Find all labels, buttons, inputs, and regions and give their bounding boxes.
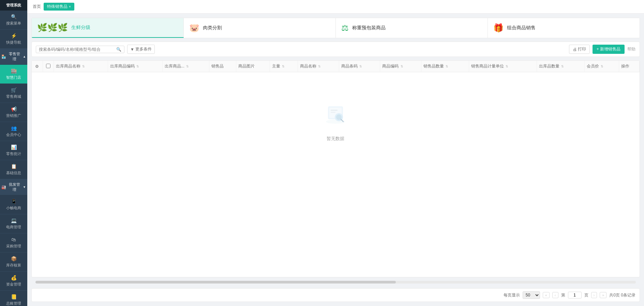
page-size-select[interactable]: 50 10 20 100 bbox=[523, 291, 540, 299]
sort-icon: ⇅ bbox=[186, 65, 189, 68]
sales-promo-icon: 📢 bbox=[11, 106, 17, 112]
tab-meat-cut[interactable]: 🐷 肉类分割 bbox=[184, 18, 336, 38]
data-table: ⚙ 出库商品名称 ⇅ 出库商品编码 ⇅ bbox=[32, 61, 640, 169]
general-ledger-icon: 📒 bbox=[11, 294, 17, 300]
tab-fresh-grade-label: 生鲜分级 bbox=[71, 25, 90, 31]
search-order-icon: 🔍 bbox=[11, 14, 17, 19]
new-sales-item-button[interactable]: + 新增销售品 bbox=[593, 45, 625, 54]
wholesale-mgmt-arrow: ▼ bbox=[23, 185, 26, 189]
page-number-input[interactable] bbox=[568, 292, 582, 299]
finance-mgmt-icon: 💰 bbox=[11, 275, 17, 280]
sidebar-item-label: 库存核算 bbox=[6, 263, 21, 268]
next-page-button[interactable]: › bbox=[591, 292, 597, 298]
th-goods-name[interactable]: 商品名称 ⇅ bbox=[298, 61, 339, 72]
sidebar-item-mini-ecom[interactable]: 📱 小畅电商 bbox=[0, 195, 27, 214]
sidebar-item-search-order[interactable]: 🔍 搜索菜单 bbox=[0, 11, 27, 30]
sidebar-item-general-ledger[interactable]: 📒 总账管理 bbox=[0, 291, 27, 306]
th-out-goods-code[interactable]: 出库商品编码 ⇅ bbox=[108, 61, 163, 72]
th-sale-goods[interactable]: 销售品 bbox=[209, 61, 236, 72]
table-wrap: ⚙ 出库商品名称 ⇅ 出库商品编码 ⇅ bbox=[31, 60, 640, 277]
sidebar-item-wholesale-mgmt[interactable]: 🏭 批发管理 ▼ bbox=[0, 179, 27, 195]
th-out-goods-name[interactable]: 出库商品名称 ⇅ bbox=[54, 61, 108, 72]
retail-mall-icon: 🛒 bbox=[11, 87, 17, 93]
svg-rect-7 bbox=[331, 112, 335, 113]
sidebar-item-basic-info[interactable]: 📋 基础信息 bbox=[0, 160, 27, 179]
toolbar-right: 🖨 打印 + 新增销售品 帮助 bbox=[569, 45, 635, 54]
sidebar-item-label: 小畅电商 bbox=[6, 205, 21, 211]
horizontal-scrollbar-thumb[interactable] bbox=[35, 281, 396, 284]
page-content: 🌿🌿🌿 生鲜分级 🐷 肉类分割 ⚖ 称重预包装商品 🎁 组合商品销售 🔍 bbox=[27, 14, 644, 306]
empty-state: 暂无数据 bbox=[32, 72, 640, 169]
pagination-bar: 每页显示 50 10 20 100 « ‹ 第 页 › » 共0页 0条记录 bbox=[31, 288, 640, 302]
inventory-check-icon: 📦 bbox=[11, 256, 17, 261]
sidebar-item-label: 采购管理 bbox=[6, 244, 21, 249]
wholesale-mgmt-icon: 🏭 bbox=[1, 185, 6, 189]
active-tab-label: 特殊销售品 bbox=[47, 4, 68, 10]
smart-store-icon: 🏬 bbox=[11, 68, 17, 74]
sidebar-item-quick-nav[interactable]: ⚡ 快捷导航 bbox=[0, 30, 27, 49]
search-wrap[interactable]: 🔍 bbox=[36, 46, 124, 53]
sort-icon: ⇅ bbox=[136, 65, 139, 68]
first-page-button[interactable]: « bbox=[543, 292, 550, 298]
sidebar-item-label: 零售商城 bbox=[6, 94, 21, 99]
th-goods-barcode[interactable]: 商品条码 ⇅ bbox=[339, 61, 380, 72]
prev-page-button[interactable]: ‹ bbox=[552, 292, 558, 298]
sort-icon: ⇅ bbox=[82, 65, 85, 68]
sidebar-item-sales-promo[interactable]: 📢 营销推广 bbox=[0, 103, 27, 122]
close-tab-icon[interactable]: × bbox=[69, 5, 71, 9]
th-goods-img[interactable]: 商品图片 bbox=[236, 61, 270, 72]
th-main-weight[interactable]: 主量 ⇅ bbox=[270, 61, 298, 72]
sidebar-item-retail-mall[interactable]: 🛒 零售商城 bbox=[0, 84, 27, 103]
table-header-row: ⚙ 出库商品名称 ⇅ 出库商品编码 ⇅ bbox=[32, 61, 640, 72]
filter-icon: ▼ bbox=[130, 47, 134, 52]
th-checkbox[interactable] bbox=[43, 61, 54, 72]
sidebar-item-label: 资金管理 bbox=[6, 282, 21, 287]
sidebar-item-purchase-mgmt[interactable]: 🛍 采购管理 bbox=[0, 233, 27, 253]
sort-icon: ⇅ bbox=[318, 65, 321, 68]
page-suffix: 页 bbox=[584, 292, 588, 298]
th-settings[interactable]: ⚙ bbox=[32, 61, 43, 72]
scale-prepack-icon: ⚖ bbox=[341, 23, 349, 33]
sidebar-item-finance-mgmt[interactable]: 💰 资金管理 bbox=[0, 272, 27, 291]
th-member-price[interactable]: 会员价 ⇅ bbox=[584, 61, 619, 72]
th-sale-unit[interactable]: 销售商品计量单位 ⇅ bbox=[469, 61, 537, 72]
tab-combo-sale[interactable]: 🎁 组合商品销售 bbox=[488, 18, 640, 38]
sidebar-item-smart-store[interactable]: 🏬 智慧门店 bbox=[0, 65, 27, 84]
last-page-button[interactable]: » bbox=[600, 292, 606, 298]
home-link[interactable]: 首页 bbox=[33, 4, 41, 10]
quick-nav-icon: ⚡ bbox=[11, 33, 17, 39]
sidebar-item-ecom-mgmt[interactable]: 💻 电商管理 bbox=[0, 214, 27, 233]
sidebar-item-member-center[interactable]: 👥 会员中心 bbox=[0, 122, 27, 141]
fresh-grade-icon: 🌿🌿🌿 bbox=[37, 23, 68, 32]
sidebar-item-label: 零售统计 bbox=[6, 151, 21, 156]
help-button[interactable]: 帮助 bbox=[627, 46, 635, 52]
select-all-checkbox[interactable] bbox=[46, 64, 50, 68]
th-out-qty[interactable]: 出库品数量 ⇅ bbox=[537, 61, 584, 72]
empty-state-row: 暂无数据 bbox=[32, 72, 640, 169]
tab-fresh-grade[interactable]: 🌿🌿🌿 生鲜分级 bbox=[32, 18, 184, 38]
sidebar-item-inventory-check[interactable]: 📦 库存核算 bbox=[0, 253, 27, 272]
main-content: 首页 特殊销售品 × 🌿🌿🌿 生鲜分级 🐷 肉类分割 ⚖ 称重预包装商品 🎁 bbox=[27, 0, 644, 306]
filter-button[interactable]: ▼ 更多条件 bbox=[127, 45, 155, 54]
th-out-goods-x[interactable]: 出库商品... ⇅ bbox=[162, 61, 209, 72]
sidebar-item-retail-stats[interactable]: 📊 零售统计 bbox=[0, 141, 27, 160]
tab-scale-prepack[interactable]: ⚖ 称重预包装商品 bbox=[336, 18, 488, 38]
th-sale-qty[interactable]: 销售品数量 ⇅ bbox=[421, 61, 469, 72]
sidebar: 管理系统 🔍 搜索菜单 ⚡ 快捷导航 🏪 零售管理 ▲ 🏬 智慧门店 🛒 零售商… bbox=[0, 0, 27, 306]
print-label: 打印 bbox=[578, 46, 586, 52]
sidebar-item-label: 电商管理 bbox=[6, 225, 21, 230]
active-tab-tag[interactable]: 特殊销售品 × bbox=[44, 3, 74, 11]
sort-icon: ⇅ bbox=[401, 65, 403, 68]
toolbar: 🔍 ▼ 更多条件 🖨 打印 + 新增销售品 帮助 bbox=[31, 42, 640, 57]
th-goods-code[interactable]: 商品编码 ⇅ bbox=[380, 61, 421, 72]
sidebar-item-label: 总账管理 bbox=[6, 301, 21, 306]
sidebar-item-retail-mgmt[interactable]: 🏪 零售管理 ▲ bbox=[0, 49, 27, 65]
search-input[interactable] bbox=[39, 47, 115, 52]
print-button[interactable]: 🖨 打印 bbox=[569, 45, 590, 54]
horizontal-scrollbar[interactable] bbox=[35, 281, 636, 284]
ecom-mgmt-icon: 💻 bbox=[11, 218, 17, 223]
sort-icon: ⇅ bbox=[506, 65, 508, 68]
settings-icon: ⚙ bbox=[35, 64, 39, 69]
retail-mgmt-icon: 🏪 bbox=[1, 55, 6, 59]
search-icon: 🔍 bbox=[116, 47, 121, 52]
